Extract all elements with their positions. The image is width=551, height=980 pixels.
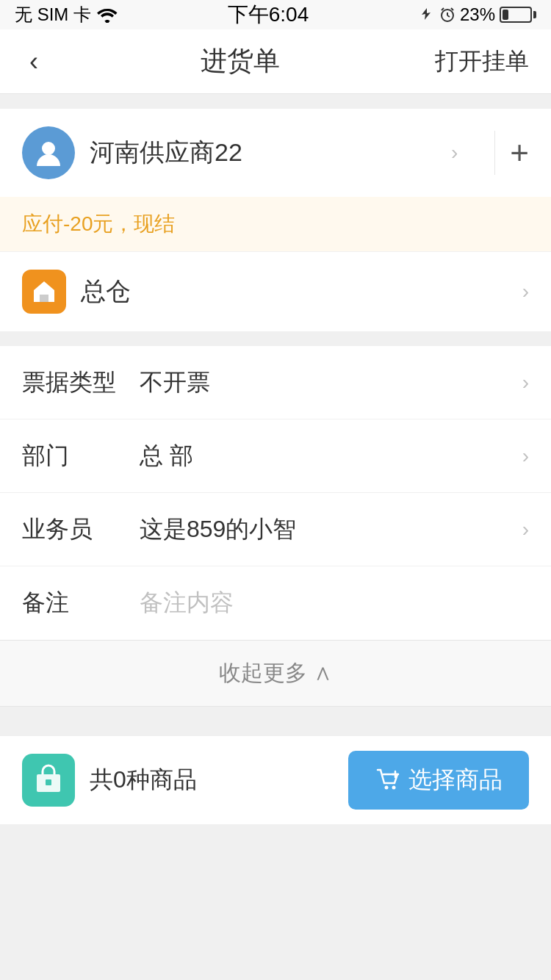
product-icon — [22, 754, 75, 807]
battery-icon — [500, 7, 536, 23]
top-divider — [0, 94, 551, 109]
supplier-name: 河南供应商22 — [90, 136, 451, 170]
salesperson-value: 这是859的小智 — [125, 514, 522, 546]
warehouse-chevron-icon: › — [522, 280, 529, 303]
vertical-divider — [494, 131, 495, 175]
page: 无 SIM 卡 下午6:04 23% — [0, 0, 551, 980]
supplier-chevron-icon: › — [451, 141, 458, 165]
svg-point-3 — [42, 142, 55, 155]
invoice-type-row[interactable]: 票据类型 不开票 › — [0, 346, 551, 419]
svg-point-8 — [392, 786, 396, 790]
status-right: 23% — [419, 4, 536, 25]
salesperson-row[interactable]: 业务员 这是859的小智 › — [0, 493, 551, 566]
location-icon — [419, 7, 435, 23]
notice-bar: 应付-20元，现结 — [0, 197, 551, 251]
invoice-type-chevron-icon: › — [522, 371, 529, 394]
back-button[interactable]: ‹ — [22, 39, 46, 84]
warehouse-row[interactable]: 总仓 › — [0, 251, 551, 331]
department-row[interactable]: 部门 总 部 › — [0, 419, 551, 493]
collapse-row[interactable]: 收起更多 ∧ — [0, 640, 551, 707]
form-section: 票据类型 不开票 › 部门 总 部 › 业务员 这是859的小智 › 备注 备注… — [0, 346, 551, 640]
carrier-text: 无 SIM 卡 — [15, 3, 91, 26]
nav-bar: ‹ 进货单 打开挂单 — [0, 29, 551, 94]
select-product-button[interactable]: 选择商品 — [348, 751, 529, 810]
status-carrier: 无 SIM 卡 — [15, 3, 118, 26]
status-bar: 无 SIM 卡 下午6:04 23% — [0, 0, 551, 29]
wifi-icon — [97, 7, 118, 23]
invoice-type-value: 不开票 — [125, 367, 522, 399]
product-bar: 共0种商品 选择商品 — [0, 736, 551, 824]
add-supplier-button[interactable]: + — [510, 137, 529, 169]
svg-point-7 — [385, 786, 389, 790]
invoice-type-label: 票据类型 — [22, 367, 125, 399]
supplier-avatar — [22, 126, 75, 179]
supplier-row[interactable]: 河南供应商22 › + — [0, 109, 551, 197]
remark-row[interactable]: 备注 备注内容 — [0, 566, 551, 640]
cart-icon — [375, 767, 401, 793]
select-product-label: 选择商品 — [408, 764, 503, 796]
status-time: 下午6:04 — [228, 1, 309, 29]
battery-percent: 23% — [460, 4, 495, 25]
svg-line-2 — [447, 15, 450, 17]
salesperson-label: 业务员 — [22, 514, 125, 546]
department-label: 部门 — [22, 440, 125, 472]
open-pending-button[interactable]: 打开挂单 — [435, 46, 529, 78]
department-chevron-icon: › — [522, 444, 529, 468]
page-title: 进货单 — [201, 43, 280, 79]
alarm-icon — [439, 7, 455, 23]
mid-divider — [0, 707, 551, 721]
product-count: 共0种商品 — [90, 764, 334, 796]
warehouse-icon — [22, 270, 66, 314]
svg-rect-4 — [40, 295, 48, 302]
notice-text: 应付-20元，现结 — [22, 212, 175, 235]
remark-input[interactable]: 备注内容 — [125, 587, 529, 619]
svg-rect-6 — [46, 779, 51, 785]
department-value: 总 部 — [125, 440, 522, 472]
remark-label: 备注 — [22, 587, 125, 619]
supplier-section: 河南供应商22 › + 应付-20元，现结 总仓 › — [0, 109, 551, 331]
warehouse-name: 总仓 — [81, 275, 522, 309]
collapse-label: 收起更多 ∧ — [219, 658, 331, 688]
salesperson-chevron-icon: › — [522, 518, 529, 541]
